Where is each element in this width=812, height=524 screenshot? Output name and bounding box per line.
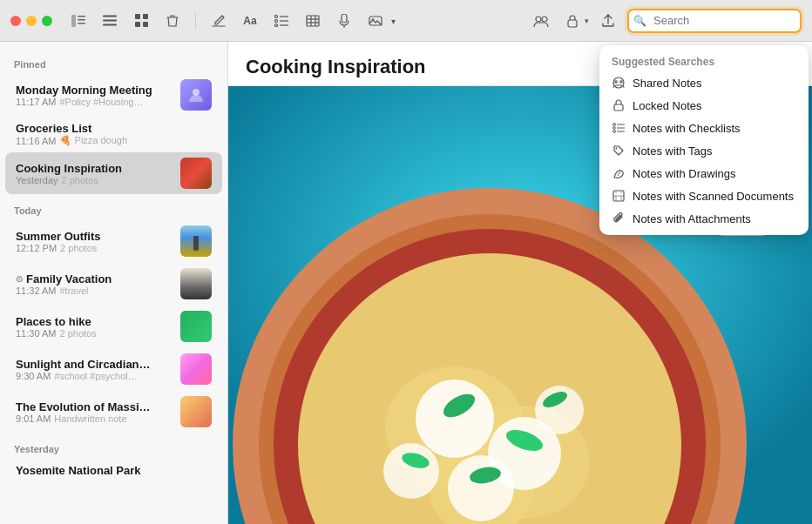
note-title: Sunlight and Circadian…: [16, 358, 173, 371]
close-button[interactable]: [10, 16, 21, 26]
drawings-label: Notes with Drawings: [633, 167, 736, 180]
search-icon: 🔍: [633, 15, 646, 27]
suggested-searches-label: Suggested Searches: [599, 50, 809, 71]
search-dropdown: Suggested Searches Shared Notes: [599, 42, 812, 235]
svg-rect-0: [71, 15, 76, 27]
list-item[interactable]: The Evolution of Massi… 9:01 AM Handwrit…: [5, 391, 222, 433]
dropdown-item-attachments[interactable]: Notes with Attachments: [599, 207, 809, 230]
list-item[interactable]: Cooking Inspiration Yesterday 2 photos: [5, 152, 222, 194]
sidebar: Pinned Monday Morning Meeting 11:17 AM #…: [0, 42, 228, 524]
minimize-button[interactable]: [26, 16, 37, 26]
note-thumbnail: [180, 396, 212, 427]
format-button[interactable]: Aa: [238, 9, 262, 33]
titlebar: Aa ▾: [0, 0, 812, 42]
note-text: Summer Outfits 12:12 PM 2 photos: [16, 230, 173, 253]
list-item[interactable]: Monday Morning Meeting 11:17 AM #Policy …: [5, 74, 222, 116]
note-thumbnail: [180, 268, 212, 299]
dropdown-item-tags[interactable]: Notes with Tags: [599, 139, 809, 162]
svg-point-65: [613, 131, 616, 133]
svg-point-11: [275, 15, 278, 17]
svg-rect-3: [78, 23, 85, 24]
svg-point-44: [383, 443, 439, 499]
note-title: Yosemite National Park: [16, 464, 212, 477]
note-text: The Evolution of Massi… 9:01 AM Handwrit…: [16, 400, 173, 424]
shared-icon: [612, 76, 626, 90]
note-subtitle: 11:30 AM 2 photos: [16, 328, 173, 339]
list-item[interactable]: Sunlight and Circadian… 9:30 AM #school …: [5, 348, 222, 390]
svg-rect-9: [135, 22, 140, 27]
checklists-label: Notes with Checklists: [633, 122, 741, 135]
new-note-button[interactable]: [206, 9, 231, 33]
note-text: Cooking Inspiration Yesterday 2 photos: [16, 162, 173, 185]
media-chevron[interactable]: ▾: [391, 17, 400, 26]
svg-point-31: [193, 249, 199, 252]
svg-rect-8: [143, 14, 148, 19]
svg-rect-7: [135, 14, 140, 19]
svg-rect-28: [568, 20, 577, 27]
svg-rect-10: [143, 22, 148, 27]
grid-view-button[interactable]: [129, 9, 153, 33]
note-title: Monday Morning Meeting: [16, 84, 173, 97]
dropdown-item-checklists[interactable]: Notes with Checklists: [599, 117, 809, 139]
attachments-label: Notes with Attachments: [633, 212, 751, 225]
dropdown-item-shared[interactable]: Shared Notes: [599, 71, 809, 94]
fullscreen-button[interactable]: [42, 16, 52, 26]
note-subtitle: 11:17 AM #Policy #Housing…: [16, 97, 173, 107]
note-text: Sunlight and Circadian… 9:30 AM #school …: [16, 358, 173, 381]
shared-notes-label: Shared Notes: [633, 77, 702, 90]
svg-point-43: [448, 455, 514, 521]
note-subtitle: 12:12 PM 2 photos: [16, 243, 173, 253]
note-title: Cooking Inspiration: [16, 162, 173, 175]
share-button[interactable]: [596, 9, 620, 33]
note-title: Summer Outfits: [16, 230, 173, 243]
svg-point-26: [536, 17, 541, 22]
lock-icon: [612, 98, 626, 112]
svg-rect-6: [103, 24, 117, 25]
list-item[interactable]: Groceries List 11:16 AM 🍕 Pizza dough: [5, 117, 222, 151]
collaborate-button[interactable]: [529, 9, 553, 33]
svg-rect-4: [103, 15, 117, 17]
svg-rect-1: [78, 16, 85, 17]
list-item[interactable]: Places to hike 11:30 AM 2 photos: [5, 306, 222, 347]
list-item[interactable]: Summer Outfits 12:12 PM 2 photos: [5, 220, 222, 262]
note-text: Monday Morning Meeting 11:17 AM #Policy …: [16, 84, 173, 107]
svg-rect-5: [103, 19, 117, 21]
svg-rect-30: [193, 236, 199, 250]
note-text: ⊙Family Vacation 11:32 AM #travel: [16, 272, 173, 296]
sidebar-toggle-button[interactable]: [66, 9, 91, 33]
locked-notes-label: Locked Notes: [633, 99, 702, 112]
drawing-icon: [612, 166, 626, 180]
svg-point-63: [613, 127, 616, 130]
search-container: 🔍: [627, 9, 802, 33]
dropdown-menu: Suggested Searches Shared Notes: [599, 45, 809, 235]
note-text: Places to hike 11:30 AM 2 photos: [16, 315, 173, 339]
dropdown-item-locked[interactable]: Locked Notes: [599, 94, 809, 117]
checklist-icon: [612, 121, 626, 135]
svg-point-61: [613, 124, 616, 126]
scan-icon: [612, 189, 626, 203]
tag-icon: [612, 144, 626, 158]
tags-label: Notes with Tags: [633, 144, 713, 158]
lock-button[interactable]: [560, 9, 585, 33]
list-item[interactable]: Yosemite National Park: [5, 459, 222, 482]
pinned-section-label: Pinned: [0, 49, 227, 73]
media-button[interactable]: [363, 9, 388, 33]
note-title: The Evolution of Massi…: [16, 400, 173, 413]
today-section-label: Today: [0, 195, 227, 219]
svg-point-13: [275, 24, 278, 26]
dropdown-item-scanned[interactable]: Notes with Scanned Documents: [599, 185, 809, 207]
checklist-button[interactable]: [269, 9, 294, 33]
dropdown-item-drawings[interactable]: Notes with Drawings: [599, 162, 809, 185]
yesterday-section-label: Yesterday: [0, 433, 227, 458]
list-item[interactable]: ⊙Family Vacation 11:32 AM #travel: [5, 263, 222, 305]
audio-button[interactable]: [332, 9, 356, 33]
note-subtitle: Yesterday 2 photos: [16, 175, 173, 185]
svg-point-29: [193, 89, 200, 96]
search-input[interactable]: [627, 9, 802, 33]
trash-button[interactable]: [160, 9, 185, 33]
separator-1: [195, 12, 196, 30]
list-view-button[interactable]: [98, 9, 122, 33]
note-text: Groceries List 11:16 AM 🍕 Pizza dough: [16, 122, 212, 146]
table-button[interactable]: [301, 9, 325, 33]
note-title: Places to hike: [16, 315, 173, 328]
